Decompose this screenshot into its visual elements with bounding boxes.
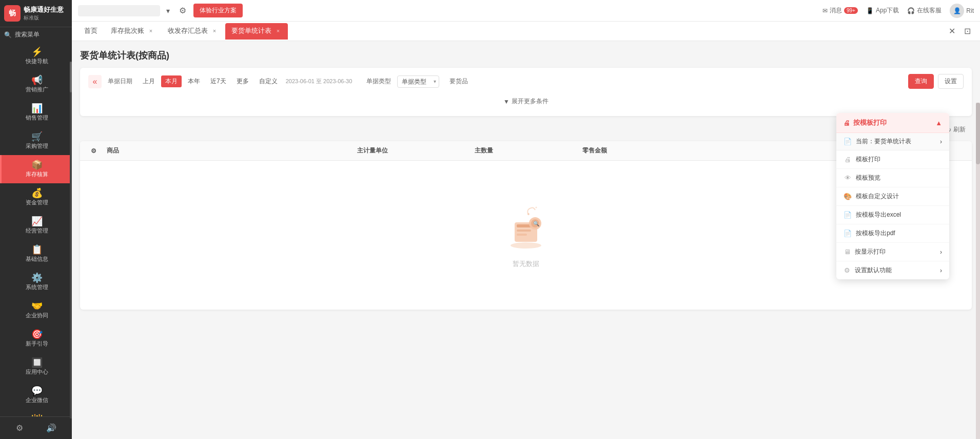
expand-down-icon: ▼ [503, 98, 509, 105]
guide-icon: 🎯 [31, 330, 43, 339]
sidebar-item-guide[interactable]: 🎯 新手引导 [0, 325, 72, 353]
template-design-icon: 🎨 [844, 193, 852, 201]
print-header-icon: 🖨 [844, 119, 850, 127]
settings-button[interactable]: 设置 [938, 74, 964, 89]
set-default-sub: 设置默认功能 › [855, 266, 942, 275]
tab-batch-account-close[interactable]: × [147, 27, 154, 34]
sidebar-item-finance[interactable]: 💰 资金管理 [0, 183, 72, 212]
doc-type-select[interactable]: 单据类型 [397, 75, 439, 88]
period-more-btn[interactable]: 更多 [232, 75, 253, 87]
tab-order-summary-close[interactable]: × [275, 27, 282, 34]
sidebar-footer: ⚙ 🔊 [0, 416, 72, 439]
enterprise-icon: 🤝 [31, 301, 43, 311]
tab-order-summary[interactable]: 要货单统计表 × [225, 23, 288, 40]
window-expand-btn[interactable]: ⊡ [961, 25, 974, 38]
period-this-year-btn[interactable]: 本年 [184, 75, 204, 87]
system-icon: ⚙️ [31, 273, 43, 282]
sidebar-item-label: 企业微信 [26, 396, 48, 404]
app-download-label: App下载 [876, 6, 899, 15]
print-dropdown-item-template-preview[interactable]: 👁 模板预览 [836, 169, 949, 187]
expand-more-btn[interactable]: ▼ 展开更多条件 [495, 95, 557, 108]
marketing-icon: 📢 [31, 75, 43, 85]
print-dropdown-item-display-print[interactable]: 🖥 按显示打印 › [836, 243, 949, 261]
query-button[interactable]: 查询 [908, 74, 934, 89]
sidebar-search-label: 搜索菜单 [15, 30, 40, 39]
nav-search-input[interactable] [78, 5, 160, 16]
settings-footer-btn[interactable]: ⚙ [14, 421, 25, 435]
sidebar-item-appstore[interactable]: 🔲 应用中心 [0, 353, 72, 381]
display-print-icon: 🖥 [844, 248, 851, 256]
sidebar-item-sales[interactable]: 📊 销售管理 [0, 99, 72, 127]
print-dropdown: 🖨 按模板打印 ▲ 📄 当前：要货单统计表 › 🖨 模板打印 👁 模板预览 [836, 113, 949, 279]
app-download-btn[interactable]: 📱 App下载 [866, 6, 899, 15]
topbar-right: ✉ 消息 99+ 📱 App下载 🎧 在线客服 👤 Rit [822, 4, 974, 18]
online-support-label: 在线客服 [917, 6, 942, 15]
messages-label: 消息 [830, 6, 842, 15]
period-prev-month-btn[interactable]: 上月 [139, 75, 159, 87]
period-custom-btn[interactable]: 自定义 [255, 75, 282, 87]
col-amount-header: 零售金额 [539, 141, 651, 160]
print-dropdown-header-left: 🖨 按模板打印 [844, 118, 887, 127]
sidebar-item-basic[interactable]: 📋 基础信息 [0, 240, 72, 268]
tabbar: 首页 库存批次账 × 收发存汇总表 × 要货单统计表 × ✕ ⊡ [72, 22, 980, 41]
set-default-arrow: › [940, 267, 942, 274]
filter-row-1: « 单据日期 上月 本月 本年 近7天 更多 自定义 2023-06-01 至 … [88, 74, 964, 89]
tab-batch-account[interactable]: 库存批次账 × [105, 23, 161, 40]
tab-home[interactable]: 首页 [78, 23, 104, 40]
trial-btn[interactable]: 体验行业方案 [193, 4, 243, 17]
sidebar-item-quick-nav[interactable]: ⚡ 快捷导航 [0, 42, 72, 70]
empty-text: 暂无数据 [513, 259, 539, 269]
filter-collapse-btn[interactable]: « [88, 75, 102, 88]
finance-icon: 💰 [31, 188, 43, 198]
phone-icon: 📱 [866, 7, 874, 14]
online-support-btn[interactable]: 🎧 在线客服 [907, 6, 942, 15]
set-default-label: 设置默认功能 [855, 266, 892, 275]
svg-point-8 [527, 213, 530, 215]
inventory-icon: 📦 [31, 160, 43, 169]
sound-footer-btn[interactable]: 🔊 [44, 421, 58, 435]
sidebar-item-enterprise[interactable]: 🤝 企业协同 [0, 296, 72, 325]
expand-row: ▼ 展开更多条件 [88, 93, 964, 110]
print-dropdown-item-export-excel[interactable]: 📄 按模板导出excel [836, 206, 949, 224]
print-dropdown-close-icon[interactable]: ▲ [935, 119, 942, 127]
right-scrollbar[interactable] [976, 103, 980, 439]
print-dropdown-item-set-default[interactable]: ⚙ 设置默认功能 › [836, 261, 949, 279]
sidebar-item-marketing[interactable]: 📢 营销推广 [0, 70, 72, 99]
print-dropdown-item-template-print[interactable]: 🖨 模板打印 [836, 150, 949, 169]
print-dropdown-item-export-pdf[interactable]: 📄 按模板导出pdf [836, 224, 949, 243]
period-recent-7-btn[interactable]: 近7天 [206, 75, 230, 87]
svg-rect-4 [517, 234, 527, 236]
export-pdf-icon: 📄 [844, 230, 852, 238]
current-label-icon: 📄 [844, 138, 852, 145]
print-current-label[interactable]: 📄 当前：要货单统计表 › [836, 133, 949, 150]
sidebar-item-system[interactable]: ⚙️ 系统管理 [0, 268, 72, 296]
print-dropdown-header[interactable]: 🖨 按模板打印 ▲ [836, 113, 949, 133]
goods-type-filter-label: 要货品 [449, 77, 468, 86]
period-this-month-btn[interactable]: 本月 [161, 75, 182, 87]
window-close-btn[interactable]: ✕ [945, 25, 958, 38]
print-dropdown-item-template-design[interactable]: 🎨 模板自定义设计 [836, 187, 949, 206]
nav-dropdown-button[interactable]: ▾ [164, 6, 172, 16]
basic-icon: 📋 [31, 245, 43, 254]
user-avatar-btn[interactable]: 👤 Rit [950, 4, 974, 18]
sidebar-item-member[interactable]: 👑 畅会员 [0, 409, 72, 416]
date-filter-label: 单据日期 [108, 77, 132, 86]
sidebar-item-label: 应用中心 [26, 368, 48, 376]
topbar-settings-button[interactable]: ⚙ [176, 5, 189, 16]
sidebar-item-wechat[interactable]: 💬 企业微信 [0, 381, 72, 409]
col-gear[interactable]: ⚙ [84, 142, 103, 160]
print-current-text: 当前：要货单统计表 [856, 137, 911, 146]
sidebar-search[interactable]: 🔍 搜索菜单 [0, 27, 72, 42]
sidebar-item-label: 资金管理 [26, 199, 48, 206]
app-edition: 标准版 [24, 14, 64, 21]
app-logo-text: 畅康通好生意 标准版 [24, 6, 64, 21]
wechat-icon: 💬 [31, 386, 43, 395]
messages-btn[interactable]: ✉ 消息 99+ [822, 6, 858, 15]
tab-collection-summary-close[interactable]: × [211, 27, 218, 34]
sidebar-item-inventory[interactable]: 📦 库存核算 [0, 155, 72, 183]
sidebar-item-purchase[interactable]: 🛒 采购管理 [0, 127, 72, 155]
user-avatar: 👤 [950, 4, 964, 18]
template-preview-label: 模板预览 [856, 174, 880, 182]
sidebar-item-operation[interactable]: 📈 经营管理 [0, 212, 72, 240]
tab-collection-summary[interactable]: 收发存汇总表 × [162, 23, 224, 40]
